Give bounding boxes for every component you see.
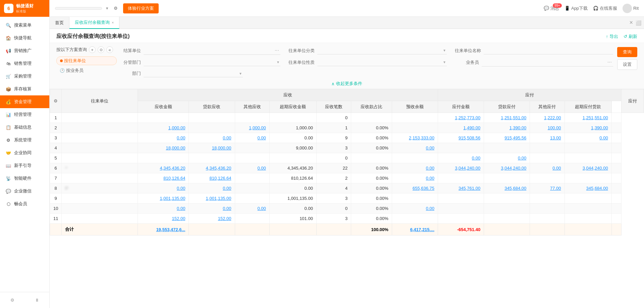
- settings-gear-icon[interactable]: ⚙: [112, 4, 119, 12]
- td-ar-prepay[interactable]: [392, 113, 438, 123]
- td-ap-amount[interactable]: [438, 173, 484, 183]
- td-ap-amount[interactable]: [438, 204, 484, 214]
- sidebar-item-enterprise-wechat[interactable]: 💬 企业微信: [0, 185, 49, 197]
- window-close-btn[interactable]: ×: [629, 19, 633, 26]
- td-ar-loan[interactable]: 152.00: [189, 214, 235, 224]
- sidebar-item-quick-nav[interactable]: 🏠 快捷导航: [0, 32, 49, 44]
- sidebar-item-smart-hardware[interactable]: 📡 智能硬件: [0, 172, 49, 185]
- edit-scheme-btn[interactable]: ⊙: [98, 46, 104, 53]
- sidebar-item-system[interactable]: ⚙ 系统管理: [0, 134, 49, 146]
- add-scheme-btn[interactable]: +: [89, 46, 96, 53]
- td-ap-loan[interactable]: [484, 193, 530, 204]
- td-ap-other[interactable]: [530, 214, 565, 224]
- app-download-btn[interactable]: 📱 App下载: [565, 5, 588, 11]
- td-ap-amount[interactable]: 3,044,240.00: [438, 163, 484, 173]
- option-by-salesperson[interactable]: 🕐 按业务员: [56, 67, 117, 75]
- td-ar-other[interactable]: 0.00: [235, 204, 269, 214]
- sidebar-item-operations[interactable]: 📊 经营管理: [0, 108, 49, 121]
- td-ar-other[interactable]: [235, 183, 269, 193]
- td-ap-amount[interactable]: [438, 214, 484, 224]
- td-ap-loan[interactable]: [484, 143, 530, 153]
- settlement-dots[interactable]: ···: [275, 47, 279, 53]
- td-ap-overdue[interactable]: 345,684.00: [565, 183, 611, 193]
- footer-ar-amount[interactable]: 19,553,472,6...: [138, 224, 189, 235]
- sidebar-item-sales[interactable]: 🛍 销售管理: [0, 57, 49, 70]
- td-ap-other[interactable]: [530, 204, 565, 214]
- category-input-wrap[interactable]: ▾: [317, 47, 447, 54]
- sidebar-item-search-menu[interactable]: 🔍 搜索菜单: [0, 19, 49, 32]
- settlement-input-wrap[interactable]: ···: [144, 46, 280, 55]
- nature-input[interactable]: [319, 60, 442, 65]
- td-ap-loan[interactable]: 0.00: [484, 153, 530, 163]
- user-menu[interactable]: Rit: [623, 4, 639, 13]
- td-ap-overdue[interactable]: [565, 204, 611, 214]
- tab-close-btn[interactable]: ×: [112, 20, 114, 25]
- sidebar-item-enterprise-collab[interactable]: 🤝 企业协同: [0, 146, 49, 159]
- department-wrap[interactable]: ▾: [144, 70, 243, 77]
- td-ap-overdue[interactable]: 1,251,551.00: [565, 113, 611, 123]
- partner-name-input[interactable]: [485, 48, 612, 53]
- td-ap-overdue[interactable]: [565, 214, 611, 224]
- sidebar-item-purchase[interactable]: 🛒 采购管理: [0, 70, 49, 83]
- td-ar-amount[interactable]: 0.00: [138, 204, 189, 214]
- salesperson-input[interactable]: [483, 60, 607, 65]
- td-ar-other[interactable]: [235, 193, 269, 204]
- td-ar-loan[interactable]: [189, 113, 235, 123]
- td-ar-prepay[interactable]: [392, 153, 438, 163]
- td-ar-other[interactable]: [235, 214, 269, 224]
- td-ar-prepay[interactable]: 0.00: [392, 163, 438, 173]
- sidebar-collapse-btn[interactable]: ⏸: [33, 296, 41, 305]
- td-ar-loan[interactable]: 0.00: [189, 183, 235, 193]
- td-ar-loan[interactable]: [189, 123, 235, 133]
- td-ar-other[interactable]: 1,000.00: [235, 123, 269, 133]
- sidebar-item-vip[interactable]: ⬡ 畅会员: [0, 197, 49, 210]
- td-ap-amount[interactable]: 0.00: [438, 153, 484, 163]
- td-ap-loan[interactable]: [484, 214, 530, 224]
- td-ar-loan[interactable]: 18,000.00: [189, 143, 235, 153]
- table-settings-gear[interactable]: ⚙: [54, 98, 58, 103]
- td-ar-loan[interactable]: 0.00: [189, 133, 235, 143]
- td-ap-loan[interactable]: 915,495.56: [484, 133, 530, 143]
- refresh-btn[interactable]: ↺ 刷新: [624, 34, 637, 40]
- breadcrumb-input[interactable]: [55, 7, 102, 10]
- td-ar-amount[interactable]: 1,001,135.00: [138, 193, 189, 204]
- td-ap-overdue[interactable]: 1,390.00: [565, 123, 611, 133]
- td-ar-prepay[interactable]: [392, 123, 438, 133]
- td-ap-overdue[interactable]: [565, 153, 611, 163]
- dept-input[interactable]: [145, 60, 276, 65]
- salesperson-dots[interactable]: ···: [607, 59, 612, 65]
- salesperson-wrap[interactable]: ···: [482, 58, 613, 67]
- query-btn[interactable]: 查询: [617, 47, 637, 57]
- td-ar-prepay[interactable]: 0.00: [392, 173, 438, 183]
- td-ap-other[interactable]: 100.00: [530, 123, 565, 133]
- td-ar-amount[interactable]: 0.00: [138, 133, 189, 143]
- td-ar-prepay[interactable]: 655,636.75: [392, 183, 438, 193]
- td-ap-other[interactable]: [530, 153, 565, 163]
- td-ar-amount[interactable]: 0.00: [138, 183, 189, 193]
- td-ap-overdue[interactable]: 3,044,240.00: [565, 163, 611, 173]
- td-ap-amount[interactable]: 1,252,773.00: [438, 113, 484, 123]
- td-ap-loan[interactable]: 345,684.00: [484, 183, 530, 193]
- td-ap-overdue[interactable]: 0.00: [565, 133, 611, 143]
- td-ap-other[interactable]: [530, 173, 565, 183]
- td-ar-amount[interactable]: 152.00: [138, 214, 189, 224]
- sidebar-item-inventory[interactable]: 📦 库存核算: [0, 83, 49, 95]
- td-ar-loan[interactable]: [189, 153, 235, 163]
- category-input[interactable]: [319, 48, 442, 53]
- footer-ar-prepay[interactable]: 6,417,215....: [392, 224, 438, 235]
- td-ar-prepay[interactable]: 2,153,333.00: [392, 133, 438, 143]
- td-ap-overdue[interactable]: [565, 143, 611, 153]
- td-ap-loan[interactable]: [484, 173, 530, 183]
- window-maximize-btn[interactable]: ⬜: [636, 20, 641, 26]
- settings-btn[interactable]: 设置: [617, 59, 637, 70]
- td-ap-amount[interactable]: 1,490.00: [438, 123, 484, 133]
- td-ar-loan[interactable]: 1,001,135.00: [189, 193, 235, 204]
- td-ap-overdue[interactable]: [565, 173, 611, 183]
- collapse-btn[interactable]: ∧ 收起更多条件: [56, 81, 637, 87]
- td-ap-amount[interactable]: 915,508.56: [438, 133, 484, 143]
- sidebar-item-finance[interactable]: 💰 资金管理: [0, 95, 49, 108]
- td-ap-other[interactable]: 1,222.00: [530, 113, 565, 123]
- sidebar-item-newbie[interactable]: 📖 新手引导: [0, 159, 49, 172]
- td-ar-amount[interactable]: [138, 153, 189, 163]
- tab-home[interactable]: 首页: [50, 17, 69, 29]
